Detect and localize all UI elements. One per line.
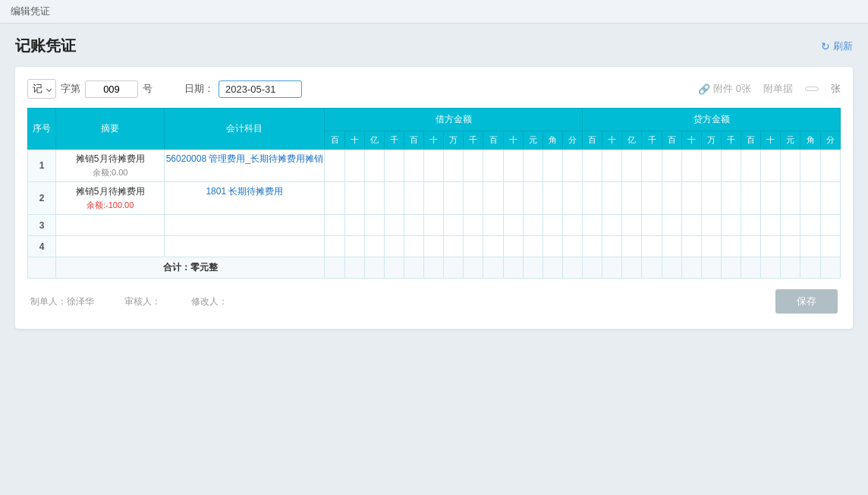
r3-c5[interactable] <box>662 215 681 236</box>
r4-d4[interactable] <box>384 236 404 257</box>
r1-c1[interactable] <box>583 150 602 182</box>
r3-c9[interactable] <box>741 215 761 236</box>
r2-c1[interactable] <box>583 182 602 215</box>
r3-c13[interactable] <box>820 215 840 236</box>
r2-d10[interactable] <box>503 182 523 215</box>
r1-d1[interactable] <box>325 150 344 182</box>
r2-c6[interactable] <box>681 182 701 215</box>
r3-d13[interactable] <box>562 215 582 236</box>
r4-c13[interactable] <box>820 236 840 257</box>
r1-c4[interactable] <box>642 150 662 182</box>
r2-c12[interactable] <box>800 182 820 215</box>
r2-c11[interactable] <box>781 182 800 215</box>
r2-d4[interactable] <box>384 182 404 215</box>
r4-c4[interactable] <box>642 236 662 257</box>
r3-d9[interactable] <box>483 215 503 236</box>
type-select[interactable]: 记 <box>27 79 56 99</box>
r4-d5[interactable] <box>404 236 423 257</box>
r1-d7[interactable] <box>444 150 464 182</box>
r3-c6[interactable] <box>681 215 701 236</box>
r2-d12[interactable] <box>542 182 562 215</box>
r2-d6[interactable] <box>424 182 444 215</box>
r3-c11[interactable] <box>781 215 800 236</box>
r1-c8[interactable] <box>721 150 741 182</box>
r4-c10[interactable] <box>761 236 781 257</box>
r2-d7[interactable] <box>444 182 464 215</box>
r1-c10[interactable] <box>761 150 781 182</box>
r4-d8[interactable] <box>464 236 483 257</box>
r4-d13[interactable] <box>562 236 582 257</box>
refresh-button[interactable]: ↻ 刷新 <box>821 39 853 53</box>
r4-c3[interactable] <box>622 236 642 257</box>
r3-d7[interactable] <box>444 215 464 236</box>
r4-c1[interactable] <box>583 236 602 257</box>
r1-d2[interactable] <box>344 150 364 182</box>
attachment-link[interactable]: 🔗 附件 0张 <box>698 82 751 96</box>
save-button[interactable]: 保存 <box>775 289 838 314</box>
r2-c13[interactable] <box>820 182 840 215</box>
r3-d12[interactable] <box>542 215 562 236</box>
r3-c2[interactable] <box>602 215 622 236</box>
r4-c6[interactable] <box>681 236 701 257</box>
r2-d2[interactable] <box>344 182 364 215</box>
r3-c12[interactable] <box>800 215 820 236</box>
row2-summary[interactable]: 摊销5月待摊费用 余额:-100.00 <box>56 182 165 215</box>
r1-d10[interactable] <box>503 150 523 182</box>
r4-d1[interactable] <box>325 236 344 257</box>
r1-c7[interactable] <box>701 150 721 182</box>
r3-d2[interactable] <box>344 215 364 236</box>
r3-c10[interactable] <box>761 215 781 236</box>
r3-d5[interactable] <box>404 215 423 236</box>
r4-c11[interactable] <box>781 236 800 257</box>
r2-d1[interactable] <box>325 182 344 215</box>
r1-d8[interactable] <box>464 150 483 182</box>
row4-summary[interactable] <box>56 236 165 257</box>
r4-d10[interactable] <box>503 236 523 257</box>
r4-d6[interactable] <box>424 236 444 257</box>
r1-d9[interactable] <box>483 150 503 182</box>
r4-c12[interactable] <box>800 236 820 257</box>
r3-c7[interactable] <box>701 215 721 236</box>
r1-d13[interactable] <box>562 150 582 182</box>
r1-c12[interactable] <box>800 150 820 182</box>
r4-d7[interactable] <box>444 236 464 257</box>
r2-c9[interactable] <box>741 182 761 215</box>
voucher-number-input[interactable] <box>85 80 138 98</box>
r4-c2[interactable] <box>602 236 622 257</box>
r1-d6[interactable] <box>424 150 444 182</box>
r3-d11[interactable] <box>523 215 542 236</box>
r2-c8[interactable] <box>721 182 741 215</box>
r1-d11[interactable] <box>523 150 542 182</box>
date-input[interactable] <box>219 80 302 98</box>
r2-d8[interactable] <box>464 182 483 215</box>
r3-c3[interactable] <box>622 215 642 236</box>
r2-c4[interactable] <box>642 182 662 215</box>
r3-d1[interactable] <box>325 215 344 236</box>
r3-d10[interactable] <box>503 215 523 236</box>
r3-d4[interactable] <box>384 215 404 236</box>
r1-c13[interactable] <box>820 150 840 182</box>
r1-d5[interactable] <box>404 150 423 182</box>
r3-c8[interactable] <box>721 215 741 236</box>
r2-c3[interactable] <box>622 182 642 215</box>
r4-c7[interactable] <box>701 236 721 257</box>
row4-account[interactable] <box>165 236 325 257</box>
r4-c8[interactable] <box>721 236 741 257</box>
r3-d8[interactable] <box>464 215 483 236</box>
row1-account[interactable]: 56020008 管理费用_长期待摊费用摊销 <box>165 150 325 182</box>
r1-d4[interactable] <box>384 150 404 182</box>
r1-c5[interactable] <box>662 150 681 182</box>
r4-d11[interactable] <box>523 236 542 257</box>
r1-c6[interactable] <box>681 150 701 182</box>
r4-d3[interactable] <box>364 236 384 257</box>
r3-c4[interactable] <box>642 215 662 236</box>
r4-d9[interactable] <box>483 236 503 257</box>
r4-c9[interactable] <box>741 236 761 257</box>
r2-c10[interactable] <box>761 182 781 215</box>
r3-c1[interactable] <box>583 215 602 236</box>
r2-c5[interactable] <box>662 182 681 215</box>
row2-account[interactable]: 1801 长期待摊费用 <box>165 182 325 215</box>
r1-c11[interactable] <box>781 150 800 182</box>
r4-d2[interactable] <box>344 236 364 257</box>
r1-c3[interactable] <box>622 150 642 182</box>
